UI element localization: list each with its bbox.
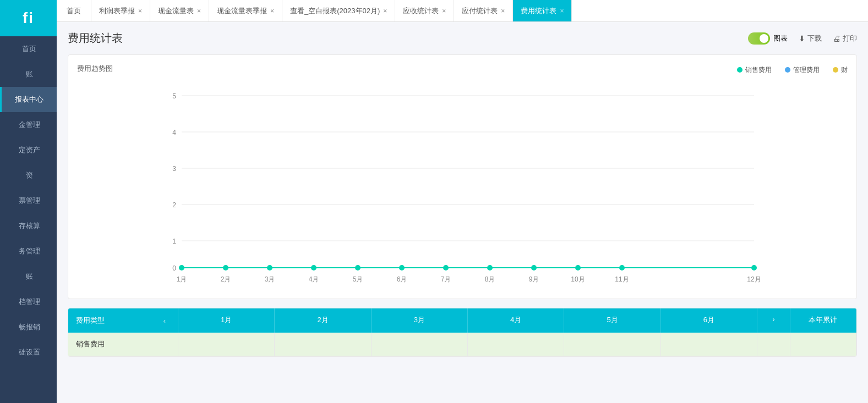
svg-text:12月: 12月 bbox=[747, 275, 761, 283]
tab-receivable[interactable]: 应收统计表 × bbox=[395, 0, 454, 22]
print-icon: 🖨 bbox=[833, 34, 840, 43]
content-area: 费用统计表 图表 ⬇ 下载 🖨 打印 费用趋势图 bbox=[57, 22, 868, 403]
close-icon[interactable]: × bbox=[383, 7, 387, 15]
svg-text:2: 2 bbox=[172, 201, 176, 209]
chart-toggle[interactable] bbox=[748, 32, 770, 45]
svg-text:7月: 7月 bbox=[441, 275, 451, 283]
tab-cashflow-quarterly[interactable]: 现金流量表季报 × bbox=[209, 0, 282, 22]
sidebar-item-archive[interactable]: 档管理 bbox=[0, 289, 57, 314]
chart-title: 费用趋势图 bbox=[77, 64, 113, 74]
chart-toggle-wrap: 图表 bbox=[748, 32, 788, 45]
svg-point-19 bbox=[487, 265, 493, 270]
sidebar-item-services[interactable]: 务管理 bbox=[0, 239, 57, 264]
th-total: 本年累计 bbox=[790, 308, 856, 333]
sidebar-item-expense[interactable]: 畅报销 bbox=[0, 314, 57, 340]
page-title: 费用统计表 bbox=[68, 31, 123, 46]
svg-text:5月: 5月 bbox=[353, 275, 363, 283]
close-icon[interactable]: × bbox=[138, 7, 142, 15]
tab-bar: 首页 利润表季报 × 现金流量表 × 现金流量表季报 × 查看_空白报表(202… bbox=[57, 0, 868, 22]
sidebar-item-capital[interactable]: 资 bbox=[0, 163, 57, 188]
legend-admin: 管理费用 bbox=[785, 65, 820, 75]
svg-point-21 bbox=[575, 265, 581, 270]
td-may bbox=[564, 333, 660, 356]
sidebar-item-inventory[interactable]: 存核算 bbox=[0, 213, 57, 239]
legend-label-sales: 销售费用 bbox=[745, 65, 772, 75]
close-icon[interactable]: × bbox=[442, 7, 446, 15]
td-apr bbox=[468, 333, 564, 356]
sidebar-item-assets[interactable]: 定资产 bbox=[0, 137, 57, 163]
svg-text:6月: 6月 bbox=[397, 275, 407, 283]
th-nav-next[interactable]: › bbox=[757, 308, 790, 333]
svg-text:5: 5 bbox=[172, 92, 176, 100]
svg-text:10月: 10月 bbox=[571, 275, 585, 283]
th-apr: 4月 bbox=[468, 308, 564, 333]
tab-expense-stats[interactable]: 费用统计表 × bbox=[513, 0, 572, 22]
th-feb: 2月 bbox=[275, 308, 371, 333]
legend-sales: 销售费用 bbox=[737, 65, 772, 75]
svg-point-14 bbox=[267, 265, 272, 270]
sidebar-item-tickets[interactable]: 票管理 bbox=[0, 188, 57, 213]
tab-profit-quarterly[interactable]: 利润表季报 × bbox=[91, 0, 150, 22]
main-content: 首页 利润表季报 × 现金流量表 × 现金流量表季报 × 查看_空白报表(202… bbox=[57, 0, 868, 403]
download-icon: ⬇ bbox=[799, 34, 805, 43]
svg-point-15 bbox=[311, 265, 316, 270]
td-mar bbox=[372, 333, 468, 356]
table-nav-prev[interactable]: ‹ bbox=[159, 315, 170, 326]
svg-text:1: 1 bbox=[172, 238, 176, 245]
td-feb bbox=[275, 333, 371, 356]
svg-text:9月: 9月 bbox=[529, 275, 539, 283]
svg-point-13 bbox=[223, 265, 228, 270]
svg-point-22 bbox=[619, 265, 625, 270]
th-mar: 3月 bbox=[372, 308, 468, 333]
svg-text:8月: 8月 bbox=[485, 275, 495, 283]
svg-text:3: 3 bbox=[172, 165, 176, 173]
tab-home[interactable]: 首页 bbox=[57, 0, 91, 22]
tab-blank-report[interactable]: 查看_空白报表(2023年02月) × bbox=[282, 0, 395, 22]
legend-label-finance: 财 bbox=[841, 65, 848, 75]
legend-label-admin: 管理费用 bbox=[793, 65, 820, 75]
svg-text:4: 4 bbox=[172, 129, 176, 136]
data-table: 费用类型 ‹ 1月 2月 3月 4月 5月 6月 › 本年累计 销售费用 bbox=[68, 308, 857, 357]
tab-cashflow[interactable]: 现金流量表 × bbox=[150, 0, 209, 22]
svg-point-20 bbox=[531, 265, 537, 270]
close-icon[interactable]: × bbox=[270, 7, 274, 15]
svg-text:1月: 1月 bbox=[177, 275, 187, 283]
chart-toggle-label: 图表 bbox=[773, 34, 788, 43]
legend-dot-sales bbox=[737, 67, 743, 73]
svg-point-16 bbox=[355, 265, 361, 270]
print-button[interactable]: 🖨 打印 bbox=[833, 34, 857, 43]
close-icon[interactable]: × bbox=[560, 7, 564, 15]
td-type: 销售费用 bbox=[68, 333, 178, 356]
svg-text:0: 0 bbox=[172, 264, 176, 272]
svg-point-17 bbox=[399, 265, 405, 270]
sidebar-item-account[interactable]: 账 bbox=[0, 62, 57, 87]
sidebar-item-home[interactable]: 首页 bbox=[0, 36, 57, 62]
sidebar-item-ledger[interactable]: 账 bbox=[0, 264, 57, 289]
svg-text:2月: 2月 bbox=[221, 275, 231, 283]
download-button[interactable]: ⬇ 下载 bbox=[799, 34, 822, 43]
legend-finance: 财 bbox=[833, 65, 848, 75]
th-type: 费用类型 ‹ bbox=[68, 308, 178, 333]
sidebar-item-settings[interactable]: 础设置 bbox=[0, 340, 57, 365]
page-header: 费用统计表 图表 ⬇ 下载 🖨 打印 bbox=[68, 31, 857, 46]
sidebar-item-reports[interactable]: 报表中心 bbox=[0, 87, 57, 112]
close-icon[interactable]: × bbox=[501, 7, 505, 15]
chart-container: 费用趋势图 销售费用 管理费用 财 bbox=[68, 54, 857, 299]
th-jan: 1月 bbox=[178, 308, 275, 333]
header-actions: 图表 ⬇ 下载 🖨 打印 bbox=[748, 32, 857, 45]
legend-dot-admin bbox=[785, 67, 790, 73]
svg-point-18 bbox=[443, 265, 449, 270]
table-header-row: 费用类型 ‹ 1月 2月 3月 4月 5月 6月 › 本年累计 bbox=[68, 308, 856, 333]
chart-svg: 5 4 3 2 1 0 bbox=[77, 85, 848, 288]
svg-text:11月: 11月 bbox=[615, 275, 629, 283]
th-may: 5月 bbox=[564, 308, 660, 333]
svg-text:3月: 3月 bbox=[265, 275, 275, 283]
tab-payable[interactable]: 应付统计表 × bbox=[454, 0, 513, 22]
close-icon[interactable]: × bbox=[197, 7, 201, 15]
sidebar-logo: fi bbox=[0, 0, 57, 36]
sidebar-item-cash[interactable]: 金管理 bbox=[0, 112, 57, 137]
table-row: 销售费用 bbox=[68, 333, 856, 356]
td-empty bbox=[757, 333, 790, 356]
svg-point-12 bbox=[179, 265, 184, 270]
chart-svg-wrap: 5 4 3 2 1 0 bbox=[77, 85, 848, 290]
